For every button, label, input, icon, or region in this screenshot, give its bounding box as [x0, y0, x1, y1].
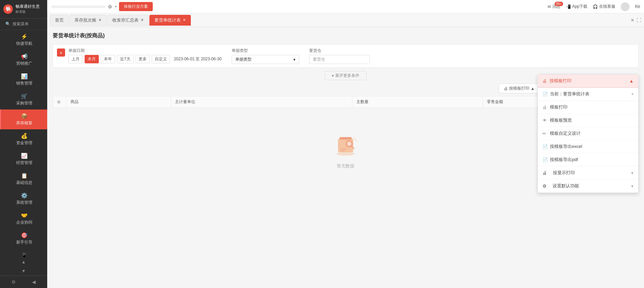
date-btn-this-month[interactable]: 本月: [85, 55, 99, 63]
set-default-icon: ⚙: [543, 184, 547, 189]
type-chevron-icon: ▾: [293, 57, 295, 62]
messages-group[interactable]: ✉ 消息 99+: [548, 4, 560, 9]
dropdown-template-pdf[interactable]: 📄 按模板导出pdf: [538, 153, 638, 166]
inventory-icon: 📦: [21, 113, 28, 119]
col-settings[interactable]: ⚙: [53, 96, 66, 108]
dropdown-template-preview[interactable]: 👁 模板板预览: [538, 114, 638, 127]
page-title: 要货单统计表(按商品): [53, 32, 639, 39]
tab-home[interactable]: 首页: [50, 15, 69, 26]
tab-order-stats-close[interactable]: ✕: [183, 18, 186, 22]
tab-expand-icon[interactable]: ⛶: [637, 18, 641, 23]
print-label: 按模板打印: [509, 86, 529, 91]
dropdown-display-print[interactable]: 🖨 按显示打印 ▾: [538, 166, 638, 180]
app-name: 畅康通好生意: [16, 4, 40, 9]
quick-nav-icon: ⚡: [21, 33, 28, 40]
dropdown-template-design[interactable]: ✏ 模板自定义设计: [538, 127, 638, 140]
operation-icon: 📈: [21, 153, 28, 159]
online-service-group[interactable]: 🎧 在线客服: [593, 4, 615, 9]
goods-input[interactable]: 要货仓: [309, 55, 370, 64]
dropdown-close-icon[interactable]: ▲: [629, 78, 634, 84]
date-btn-last-month[interactable]: 上月: [68, 55, 83, 63]
svg-point-10: [354, 137, 355, 138]
sidebar-footer: ⚙ ◀: [0, 276, 47, 288]
date-range: 2023-06-01 至 2023-06-30: [174, 56, 222, 62]
template-print-icon: 🖨: [543, 105, 547, 110]
sidebar-item-sales[interactable]: 📊 销售管理: [0, 70, 47, 90]
sales-icon: 📊: [21, 73, 28, 79]
dropdown-header: 🖨 按模板打印 ▲: [538, 74, 638, 88]
app-download-label: App下载: [572, 4, 587, 9]
tab-order-stats[interactable]: 要货单统计表 ✕: [149, 15, 191, 26]
marketing-icon: 📢: [21, 53, 28, 60]
appstore-icon: 📱: [21, 252, 28, 257]
filter-bar: » 单据日期 上月 本月 本年 近7天 更多 自定义 2023-06-01 至 …: [53, 44, 639, 68]
messages-badge: 99+: [555, 2, 563, 6]
sidebar-item-purchase[interactable]: 🛒 采购管理: [0, 90, 47, 109]
main-area: ⚙ ▾ 体验行业方案 ✉ 消息 99+ 📲 App下载 🎧 在线客服 Rit 首…: [47, 0, 644, 288]
username: Rit: [635, 4, 640, 9]
goods-placeholder: 要货仓: [313, 57, 325, 62]
trial-btn[interactable]: 体验行业方案: [119, 2, 153, 11]
set-default-expand-icon: ▾: [631, 184, 634, 189]
settings-icon[interactable]: ⚙: [57, 100, 61, 104]
sidebar-nav: ⚡ 快捷导航 📢 营销推广 📊 销售管理 🛒 采购管理 📦 库存核算 💰 资金管…: [0, 30, 47, 257]
tab-inventory-batch[interactable]: 库存批次账 ✕: [69, 15, 107, 26]
dropdown-title: 按模板打印: [550, 78, 572, 84]
tab-receipt-summary-close[interactable]: ✕: [141, 18, 144, 22]
tab-close-icon[interactable]: ✕: [631, 18, 635, 23]
print-btn[interactable]: 🖨 按模板打印 ▲: [499, 84, 540, 93]
system-icon: ⚙️: [21, 192, 28, 199]
sidebar-item-collab[interactable]: 🤝 企业协同: [0, 209, 47, 229]
sidebar-item-finance[interactable]: 💰 资金管理: [0, 129, 47, 149]
tab-inventory-batch-label: 库存批次账: [75, 17, 96, 23]
date-btn-last-7[interactable]: 近7天: [117, 55, 134, 63]
template-excel-icon: 📄: [543, 144, 548, 149]
sidebar-item-operation[interactable]: 📈 经营管理: [0, 149, 47, 169]
dropdown-template-print[interactable]: 🖨 模板打印: [538, 101, 638, 114]
filter-expand-btn[interactable]: »: [57, 49, 65, 57]
sidebar-item-label: 采购管理: [16, 100, 32, 106]
sidebar: 畅 畅康通好生意 标准版 🔍 搜索菜单 ⚡ 快捷导航 📢 营销推广 📊 销售管理…: [0, 0, 47, 288]
date-btn-more[interactable]: 更多: [136, 55, 150, 63]
sidebar-item-basic[interactable]: 📋 基础信息: [0, 169, 47, 189]
dropdown-current-template[interactable]: 📄 当前：要货单统计表 ▾: [538, 88, 638, 101]
date-btn-custom[interactable]: 自定义: [152, 55, 170, 63]
template-design-label: 模板自定义设计: [550, 130, 581, 136]
sidebar-search[interactable]: 🔍 搜索菜单: [0, 19, 47, 30]
sidebar-item-marketing[interactable]: 📢 营销推广: [0, 50, 47, 70]
topbar-gear-icon[interactable]: ⚙: [108, 4, 112, 9]
dropdown-set-default[interactable]: ⚙ 设置默认功能 ▾: [538, 180, 638, 193]
tab-receipt-summary[interactable]: 收发存汇总表 ✕: [107, 15, 149, 26]
sidebar-item-quick-nav[interactable]: ⚡ 快捷导航: [0, 30, 47, 50]
tab-inventory-batch-close[interactable]: ✕: [98, 18, 101, 22]
tabs-right: ✕ ⛶: [631, 18, 641, 23]
app-download-group[interactable]: 📲 App下载: [566, 4, 587, 9]
sidebar-item-inventory[interactable]: 📦 库存核算: [0, 109, 47, 129]
template-preview-icon: 👁: [543, 118, 547, 123]
display-print-label: 按显示打印: [553, 170, 575, 176]
date-filter-group: 单据日期 上月 本月 本年 近7天 更多 自定义 2023-06-01 至 20…: [68, 48, 222, 63]
download-icon: 📲: [566, 4, 571, 9]
display-print-icon: 🖨: [543, 170, 547, 175]
sidebar-item-system[interactable]: ⚙️ 系统管理: [0, 189, 47, 209]
dropdown-template-excel[interactable]: 📄 按模板导出excel: [538, 140, 638, 153]
sidebar-item-appstore[interactable]: 📱 应用中心: [0, 249, 47, 257]
sidebar-item-newbie[interactable]: 🎯 新手引导: [0, 229, 47, 249]
date-btn-this-year[interactable]: 本年: [101, 55, 115, 63]
avatar[interactable]: [621, 2, 630, 11]
sidebar-item-label: 营销推广: [16, 61, 32, 66]
sidebar-item-label: 经营管理: [16, 160, 32, 166]
col-goods: 商品: [66, 96, 171, 108]
type-dropdown[interactable]: 单据类型 ▾: [232, 55, 299, 64]
message-icon: ✉: [548, 4, 551, 9]
goods-filter-group: 要货仓 要货仓: [309, 48, 370, 64]
sidebar-scroll-up[interactable]: ▲: [0, 257, 47, 266]
sidebar-collapse-btn[interactable]: ◀: [32, 279, 36, 285]
sidebar-settings-btn[interactable]: ⚙: [11, 279, 16, 285]
sidebar-item-label: 资金管理: [16, 140, 32, 146]
expand-more-btn[interactable]: ▾ 展开更多条件: [325, 71, 367, 80]
topbar-right: ✉ 消息 99+ 📲 App下载 🎧 在线客服 Rit: [548, 2, 640, 11]
topbar-search[interactable]: [51, 5, 105, 8]
expand-more-chevron: ▾: [332, 73, 334, 78]
sidebar-scroll-down[interactable]: ▼: [0, 266, 47, 276]
